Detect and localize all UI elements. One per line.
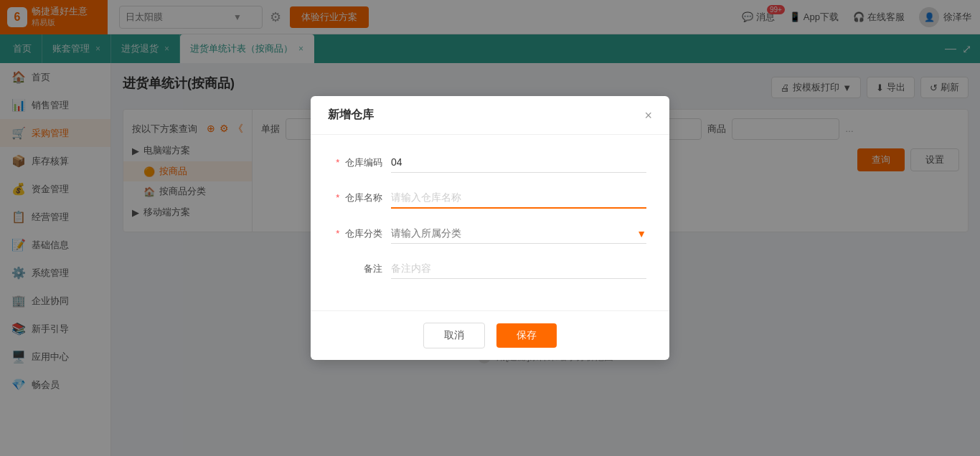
name-label: * 仓库名称	[334, 191, 391, 204]
dialog-title: 新增仓库	[328, 108, 374, 123]
code-required-mark: *	[336, 157, 339, 168]
save-button[interactable]: 保存	[496, 323, 557, 348]
note-label: 备注	[334, 262, 391, 275]
category-select-wrapper: ▼	[391, 223, 646, 244]
category-input[interactable]	[391, 223, 646, 244]
cancel-button[interactable]: 取消	[423, 323, 485, 348]
name-required-mark: *	[336, 192, 339, 203]
category-required-mark: *	[336, 228, 339, 239]
category-label: * 仓库分类	[334, 227, 391, 240]
form-row-category: * 仓库分类 ▼	[334, 223, 646, 244]
form-row-name: * 仓库名称	[334, 187, 646, 209]
dialog-footer: 取消 保存	[311, 310, 669, 360]
note-input[interactable]	[391, 258, 646, 279]
dialog-close-button[interactable]: ×	[644, 109, 652, 122]
new-warehouse-dialog: 新增仓库 × * 仓库编码 * 仓库名称	[311, 96, 669, 360]
code-label: * 仓库编码	[334, 156, 391, 169]
form-row-code: * 仓库编码	[334, 152, 646, 173]
dialog-body: * 仓库编码 * 仓库名称 * 仓库分类	[311, 135, 669, 310]
code-input[interactable]	[391, 152, 646, 173]
dialog-overlay: 新增仓库 × * 仓库编码 * 仓库名称	[0, 0, 980, 456]
name-input[interactable]	[391, 187, 646, 209]
form-row-note: 备注	[334, 258, 646, 279]
dialog-header: 新增仓库 ×	[311, 96, 669, 135]
